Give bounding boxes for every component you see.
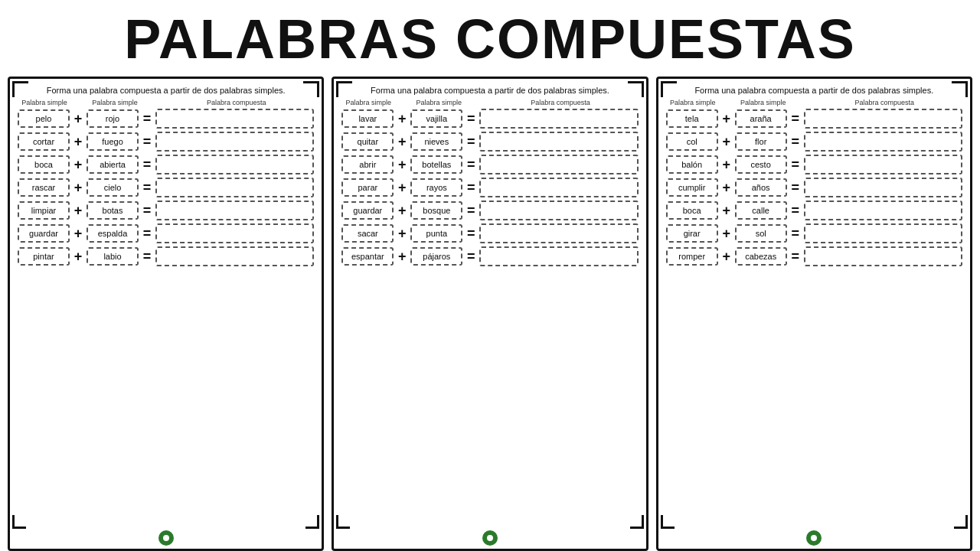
row-3-6: girar+sol= — [666, 223, 962, 243]
plus-icon-1-2: + — [70, 134, 87, 150]
word1-3-5: boca — [666, 201, 718, 220]
word2-1-6: espalda — [87, 224, 139, 243]
plus-icon-2-7: + — [394, 249, 410, 265]
row-2-4: parar+rayos= — [341, 178, 638, 197]
word2-2-5: bosque — [410, 201, 462, 220]
row-2-1: lavar+vajilla= — [341, 109, 638, 129]
equals-icon-3-4: = — [787, 180, 804, 196]
plus-icon-3-7: + — [718, 249, 735, 265]
result-3-2[interactable] — [804, 132, 962, 152]
row-2-3: abrir+botellas= — [341, 155, 638, 174]
row-1-3: boca+abierta= — [18, 155, 314, 174]
word2-2-3: botellas — [410, 155, 462, 174]
result-3-6[interactable] — [804, 223, 962, 243]
word1-2-3: abrir — [341, 155, 394, 174]
logo-2 — [482, 530, 498, 546]
plus-icon-2-4: + — [394, 180, 410, 196]
plus-icon-3-3: + — [718, 157, 735, 173]
col-header-word2: Palabra simple — [737, 99, 790, 106]
col-header-result: Palabra compuesta — [482, 99, 638, 106]
equals-icon-2-7: = — [462, 249, 479, 265]
plus-icon-3-5: + — [718, 203, 735, 219]
result-3-4[interactable] — [804, 178, 962, 197]
result-3-3[interactable] — [804, 155, 962, 174]
word1-3-3: balón — [666, 155, 718, 174]
col-header-result: Palabra compuesta — [158, 99, 314, 106]
equals-icon-1-5: = — [139, 203, 155, 219]
equals-icon-2-1: = — [462, 111, 479, 127]
word1-3-1: tela — [666, 109, 718, 128]
word1-1-3: boca — [18, 155, 70, 174]
equals-icon-2-2: = — [462, 134, 479, 150]
card-2: Forma una palabra compuesta a partir de … — [332, 77, 648, 551]
col-header-result: Palabra compuesta — [807, 99, 962, 106]
plus-icon-2-3: + — [394, 157, 410, 173]
logo-1 — [158, 530, 174, 546]
result-3-1[interactable] — [804, 109, 962, 129]
card-2-headers: Palabra simplePalabra simplePalabra comp… — [341, 99, 638, 106]
result-1-3[interactable] — [155, 155, 314, 174]
plus-icon-1-6: + — [70, 226, 87, 242]
word1-3-6: girar — [666, 224, 718, 243]
plus-icon-1-3: + — [70, 157, 87, 173]
result-2-1[interactable] — [479, 109, 638, 129]
word2-2-1: vajilla — [410, 109, 462, 128]
equals-icon-1-2: = — [139, 134, 155, 150]
word1-2-4: parar — [341, 178, 394, 197]
result-3-5[interactable] — [804, 201, 962, 220]
result-1-7[interactable] — [155, 246, 314, 266]
word2-1-5: botas — [87, 201, 139, 220]
result-3-7[interactable] — [804, 246, 962, 266]
word2-1-7: labio — [87, 247, 139, 266]
card-1-headers: Palabra simplePalabra simplePalabra comp… — [18, 99, 314, 106]
row-1-1: pelo+rojo= — [18, 109, 314, 129]
word1-1-5: limpiar — [18, 201, 70, 220]
word1-1-4: rascar — [18, 178, 70, 197]
result-2-4[interactable] — [479, 178, 638, 197]
word2-3-6: sol — [735, 224, 787, 243]
result-1-1[interactable] — [155, 109, 314, 129]
result-1-4[interactable] — [155, 178, 314, 197]
word2-3-2: flor — [735, 132, 787, 151]
cards-container: Forma una palabra compuesta a partir de … — [0, 77, 980, 551]
row-1-4: rascar+cielo= — [18, 178, 314, 197]
col-header-word1: Palabra simple — [18, 99, 71, 106]
row-3-7: romper+cabezas= — [666, 246, 962, 266]
plus-icon-1-7: + — [70, 249, 87, 265]
result-2-5[interactable] — [479, 201, 638, 220]
plus-icon-3-4: + — [718, 180, 735, 196]
card-3-subtitle: Forma una palabra compuesta a partir de … — [694, 85, 933, 96]
result-2-7[interactable] — [479, 246, 638, 266]
result-1-5[interactable] — [155, 201, 314, 220]
equals-icon-3-1: = — [787, 111, 804, 127]
word1-3-2: col — [666, 132, 718, 151]
word2-2-7: pájaros — [410, 247, 462, 266]
word1-1-1: pelo — [18, 109, 70, 128]
word2-3-1: araña — [735, 109, 787, 128]
equals-icon-3-2: = — [787, 134, 804, 150]
result-1-6[interactable] — [155, 223, 314, 243]
word2-3-7: cabezas — [735, 247, 787, 266]
card-1-subtitle: Forma una palabra compuesta a partir de … — [47, 85, 286, 96]
word2-2-6: punta — [410, 224, 462, 243]
result-2-3[interactable] — [479, 155, 638, 174]
word1-2-2: quitar — [341, 132, 394, 151]
word1-3-4: cumplir — [666, 178, 718, 197]
equals-icon-1-1: = — [139, 111, 155, 127]
plus-icon-1-5: + — [70, 203, 87, 219]
result-2-2[interactable] — [479, 132, 638, 152]
equals-icon-3-5: = — [787, 203, 804, 219]
word1-2-7: espantar — [341, 247, 394, 266]
word2-3-5: calle — [735, 201, 787, 220]
logo-3 — [806, 530, 822, 546]
plus-icon-2-2: + — [394, 134, 410, 150]
result-1-2[interactable] — [155, 132, 314, 152]
plus-icon-1-1: + — [70, 111, 87, 127]
word2-3-3: cesto — [735, 155, 787, 174]
row-3-4: cumplir+años= — [666, 178, 962, 197]
equals-icon-2-4: = — [462, 180, 479, 196]
result-2-6[interactable] — [479, 223, 638, 243]
equals-icon-1-3: = — [139, 157, 155, 173]
row-2-6: sacar+punta= — [341, 223, 638, 243]
plus-icon-3-1: + — [718, 111, 735, 127]
